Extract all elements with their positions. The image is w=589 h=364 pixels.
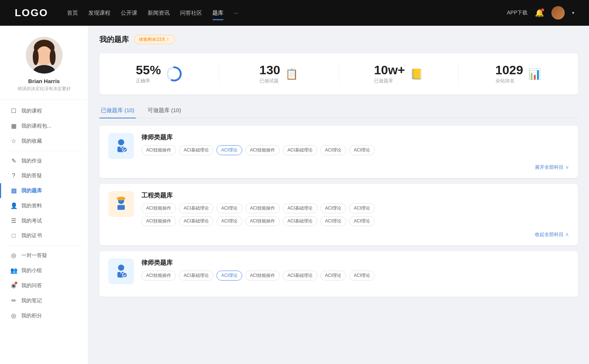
stat-label-banks: 已做题库 (374, 78, 405, 84)
tab-available-banks[interactable]: 可做题库 (10) (146, 103, 183, 118)
nav-more[interactable]: ··· (234, 8, 239, 18)
collapse-link-engineer[interactable]: 收起全部科目 ∧ (535, 231, 569, 238)
tabs-row: 已做题库 (10) 可做题库 (10) (99, 103, 578, 118)
svg-point-17 (118, 265, 124, 271)
nav-news[interactable]: 新闻资讯 (148, 8, 170, 18)
tag[interactable]: ACI技能操作 (141, 145, 176, 155)
stat-correct-rate: 55% 正确率 (99, 64, 219, 84)
sidebar-item-my-qa[interactable]: ◉ 我的问答 (0, 278, 88, 293)
svg-point-12 (122, 147, 127, 152)
exam-icon: ☰ (10, 217, 17, 224)
bank-icon-lawyer-1 (108, 133, 134, 159)
svg-point-5 (33, 49, 39, 65)
qa-icon: ? (10, 172, 17, 179)
bank-tags-engineer-row2: ACI技能操作 ACI基础理论 ACI理论 ACI技能操作 ACI基础理论 AC… (141, 216, 569, 226)
sidebar-item-homework[interactable]: ✎ 我的作业 (0, 153, 88, 168)
tag[interactable]: ACI基础理论 (283, 145, 317, 155)
profile-chevron-icon[interactable]: ▾ (572, 10, 574, 15)
bank-footer-lawyer-1: 展开全部科目 ∨ (108, 164, 569, 171)
stat-done-banks: 10w+ 已做题库 📒 (339, 64, 459, 84)
tag-active[interactable]: ACI理论 (216, 145, 242, 155)
sidebar-item-notes[interactable]: ✏ 我的笔记 (0, 293, 88, 308)
page-body: Brian Harris 错误的决定比没有决定要好 ☐ 我的课程 ▦ 我的课程包… (0, 26, 589, 364)
sidebar-item-one-on-one[interactable]: ◎ 一对一答疑 (0, 248, 88, 263)
trial-badge: 体验剩余23天！ (134, 35, 175, 44)
tag[interactable]: ACI技能操作 (245, 271, 280, 281)
tag[interactable]: ACI技能操作 (141, 271, 176, 281)
donut-svg (166, 66, 182, 82)
tag[interactable]: ACI基础理论 (283, 271, 317, 281)
one-on-one-icon: ◎ (10, 252, 17, 259)
page-header: 我的题库 体验剩余23天！ (99, 35, 578, 44)
nav-qa[interactable]: 问答社区 (180, 8, 202, 18)
tag[interactable]: ACI理论 (320, 145, 346, 155)
sidebar-item-certificate[interactable]: □ 我的证书 (0, 228, 88, 243)
sidebar-item-exam[interactable]: ☰ 我的考试 (0, 213, 88, 228)
stats-bar: 55% 正确率 130 已做试题 📋 (99, 53, 578, 94)
tag[interactable]: ACI技能操作 (245, 203, 280, 213)
sidebar-item-favorites[interactable]: ☆ 我的收藏 (0, 133, 88, 149)
nav-home[interactable]: 首页 (67, 8, 78, 18)
stat-value-ranking: 1029 (495, 64, 523, 76)
sidebar-item-points[interactable]: ◎ 我的积分 (0, 308, 88, 323)
avatar[interactable] (551, 6, 565, 19)
banks-icon: 📒 (410, 68, 423, 80)
tag[interactable]: ACI理论 (320, 203, 346, 213)
star-icon: ☆ (10, 138, 17, 144)
profile-icon: 👤 (10, 202, 17, 209)
tag[interactable]: ACI理论 (216, 203, 242, 213)
tag[interactable]: ACI技能操作 (245, 145, 280, 155)
tag[interactable]: ACI基础理论 (179, 145, 214, 155)
sidebar-item-group[interactable]: 👥 我的小组 (0, 263, 88, 278)
tag[interactable]: ACI理论 (349, 271, 375, 281)
tag[interactable]: ACI技能操作 (141, 203, 176, 213)
sidebar-item-course-package[interactable]: ▦ 我的课程包... (0, 118, 88, 133)
tag[interactable]: ACI理论 (216, 216, 242, 226)
nav-question-bank[interactable]: 题库 (212, 8, 223, 18)
tag[interactable]: ACI基础理论 (283, 216, 317, 226)
tag[interactable]: ACI基础理论 (179, 203, 214, 213)
stat-ranking: 1029 全站排名 📊 (459, 64, 578, 84)
homework-icon: ✎ (10, 157, 17, 164)
tag[interactable]: ACI理论 (320, 216, 346, 226)
sidebar-item-qa[interactable]: ? 我的答疑 (0, 168, 88, 183)
page-title: 我的题库 (99, 35, 129, 44)
tag[interactable]: ACI技能操作 (141, 216, 176, 226)
certificate-icon: □ (10, 232, 17, 239)
tag[interactable]: ACI理论 (349, 216, 375, 226)
tag[interactable]: ACI基础理论 (283, 203, 317, 213)
tag[interactable]: ACI技能操作 (245, 216, 280, 226)
svg-point-9 (118, 139, 124, 146)
tag[interactable]: ACI理论 (320, 271, 346, 281)
nav-open-course[interactable]: 公开课 (121, 8, 137, 18)
bank-card-lawyer-1: 律师类题库 ACI技能操作 ACI基础理论 ACI理论 ACI技能操作 ACI基… (99, 126, 578, 178)
tag[interactable]: ACI理论 (349, 145, 375, 155)
tag[interactable]: ACI理论 (349, 203, 375, 213)
nav-links: 首页 发现课程 公开课 新闻资讯 问答社区 题库 ··· (67, 8, 495, 18)
app-download-button[interactable]: APP下载 (507, 10, 528, 16)
expand-link-lawyer-1[interactable]: 展开全部科目 ∨ (535, 164, 569, 171)
sidebar-item-question-bank[interactable]: ▤ 我的题库 (0, 183, 88, 198)
nav-discover[interactable]: 发现课程 (88, 8, 110, 18)
divider-2 (7, 245, 81, 246)
bell-button[interactable]: 🔔 (535, 8, 544, 17)
questions-icon: 📋 (285, 68, 298, 80)
tab-done-banks[interactable]: 已做题库 (10) (99, 103, 136, 118)
svg-rect-16 (117, 205, 125, 210)
qa-dot (15, 282, 17, 284)
lawyer-icon-svg-2 (112, 262, 130, 281)
sidebar-menu: ☐ 我的课程 ▦ 我的课程包... ☆ 我的收藏 ✎ 我的作业 ? 我的答疑 ▤ (0, 103, 88, 323)
nav-right: APP下载 🔔 ▾ (507, 6, 574, 19)
bank-icon-engineer (108, 191, 134, 217)
tag[interactable]: ACI基础理论 (179, 216, 214, 226)
profile-motto: 错误的决定比没有决定要好 (18, 86, 71, 92)
profile-section: Brian Harris 错误的决定比没有决定要好 (0, 37, 88, 100)
sidebar-item-profile[interactable]: 👤 我的资料 (0, 198, 88, 213)
svg-point-20 (122, 272, 127, 277)
tag[interactable]: ACI基础理论 (179, 271, 214, 281)
sidebar-item-my-course[interactable]: ☐ 我的课程 (0, 103, 88, 118)
bank-tags-lawyer-2: ACI技能操作 ACI基础理论 ACI理论 ACI技能操作 ACI基础理论 AC… (141, 271, 569, 281)
profile-avatar (26, 37, 63, 74)
tag-active[interactable]: ACI理论 (216, 271, 242, 281)
bank-name-lawyer-1: 律师类题库 (141, 133, 569, 142)
